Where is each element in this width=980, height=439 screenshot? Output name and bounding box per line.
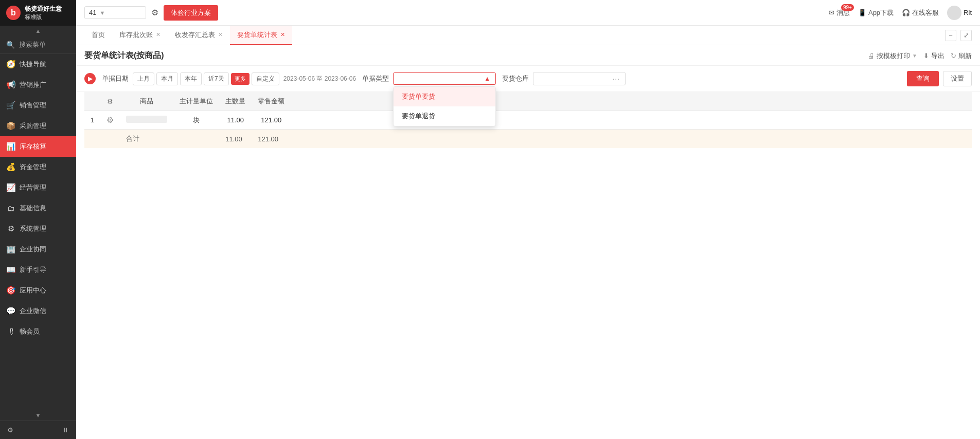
date-range: 2023-05-06 至 2023-06-06 xyxy=(283,75,356,83)
sidebar-item-marketing[interactable]: 📢 营销推广 xyxy=(0,75,76,95)
type-dropdown: 要货单要货 要货单退货 xyxy=(393,86,496,126)
warehouse-filter-group: 要货仓库 ··· xyxy=(502,72,626,85)
page-container: 要货单统计表(按商品) 🖨 按模板打印 ▼ ⬇ 导出 ↻ 刷新 xyxy=(76,45,980,439)
sidebar-item-wecom[interactable]: 💬 企业微信 xyxy=(0,301,76,321)
footer-total-qty: 11.00 xyxy=(219,130,252,149)
sidebar-settings-icon[interactable]: ⚙ xyxy=(7,426,13,434)
row-unit: 块 xyxy=(173,111,219,130)
sidebar-item-quick-nav[interactable]: 🧭 快捷导航 xyxy=(0,54,76,75)
date-cur-month[interactable]: 本月 xyxy=(156,72,178,85)
nav-icon-operations: 📈 xyxy=(6,183,15,192)
print-button[interactable]: 🖨 按模板打印 ▼ xyxy=(868,51,917,61)
online-service-action[interactable]: 🎧 在线客服 xyxy=(902,8,939,17)
warehouse-input[interactable]: ··· xyxy=(533,72,626,85)
tab-close-receive-summary[interactable]: ✕ xyxy=(218,31,223,38)
print-chevron-icon: ▼ xyxy=(912,53,917,59)
tab-order-summary[interactable]: 要货单统计表 ✕ xyxy=(230,26,292,45)
main: 41 ▼ ⚙ 体验行业方案 ✉ 消息 99+ 📱 App下载 🎧 在线客服 R xyxy=(76,0,980,439)
header-left: 41 ▼ ⚙ 体验行业方案 xyxy=(84,5,829,21)
sidebar-item-sales[interactable]: 🛒 销售管理 xyxy=(0,95,76,116)
tab-home[interactable]: 首页 xyxy=(84,26,112,45)
nav-icon-sales: 🛒 xyxy=(6,101,15,110)
messages-action[interactable]: ✉ 消息 99+ xyxy=(829,8,850,17)
footer-extra xyxy=(291,130,972,149)
sidebar-item-operations[interactable]: 📈 经营管理 xyxy=(0,177,76,198)
sidebar-bottom: ⚙ ⏸ xyxy=(0,420,76,439)
col-qty: 主数量 xyxy=(219,92,252,111)
dropdown-item-return[interactable]: 要货单退货 xyxy=(394,106,495,126)
search-icon: 🔍 xyxy=(6,41,15,49)
nav-icon-purchase: 📦 xyxy=(6,121,15,131)
date-prev-month[interactable]: 上月 xyxy=(133,72,154,85)
sidebar-logo-text: 畅捷通好生意 标准版 xyxy=(25,5,62,21)
export-button[interactable]: ⬇ 导出 xyxy=(923,51,945,61)
sidebar-scroll-down[interactable]: ▼ xyxy=(0,410,76,420)
query-button[interactable]: 查询 xyxy=(907,71,939,86)
nav-icon-basic: 🗂 xyxy=(6,204,15,213)
table-footer-row: 合计 11.00 121.00 xyxy=(84,130,972,149)
company-chevron-icon: ▼ xyxy=(99,10,105,16)
refresh-button[interactable]: ↻ 刷新 xyxy=(951,51,972,61)
user-profile[interactable]: Rit xyxy=(947,6,972,20)
footer-empty-1 xyxy=(84,130,100,149)
sidebar-collapse-icon[interactable]: ⏸ xyxy=(62,426,69,434)
footer-empty-3 xyxy=(173,130,219,149)
type-filter-group: 单据类型 ▲ 要货单要货 要货单退货 xyxy=(362,72,496,85)
row-settings-icon[interactable]: ⚙ xyxy=(106,115,114,125)
date-custom[interactable]: 自定义 xyxy=(252,72,279,85)
tab-receive-summary[interactable]: 收发存汇总表 ✕ xyxy=(168,26,230,45)
page-title: 要货单统计表(按商品) xyxy=(84,50,164,61)
sidebar-item-basic[interactable]: 🗂 基础信息 xyxy=(0,198,76,218)
filter-action-buttons: 查询 设置 xyxy=(907,71,972,86)
sidebar-item-enterprise[interactable]: 🏢 企业协同 xyxy=(0,239,76,260)
dropdown-item-order[interactable]: 要货单要货 xyxy=(394,87,495,106)
username: Rit xyxy=(964,9,972,16)
tab-close-batch-account[interactable]: ✕ xyxy=(156,31,161,38)
sidebar-item-appcenter[interactable]: 🎯 应用中心 xyxy=(0,280,76,301)
sidebar-search[interactable]: 🔍 搜索菜单 xyxy=(0,36,76,54)
filter-settings-button[interactable]: 设置 xyxy=(943,71,972,86)
row-qty: 11.00 xyxy=(219,111,252,130)
col-settings-icon[interactable]: ⚙ xyxy=(107,98,113,105)
company-select[interactable]: 41 ▼ xyxy=(84,6,146,19)
sidebar-item-system[interactable]: ⚙ 系统管理 xyxy=(0,218,76,239)
date-filter-group: 单据日期 上月 本月 本年 近7天 更多 自定义 2023-05-06 至 20… xyxy=(102,72,356,85)
app-download-action[interactable]: 📱 App下载 xyxy=(858,8,894,17)
tab-batch-account[interactable]: 库存批次账 ✕ xyxy=(112,26,168,45)
footer-empty-2 xyxy=(100,130,120,149)
sidebar-item-finance[interactable]: 💰 资金管理 xyxy=(0,157,76,177)
nav-icon-members: 🎖 xyxy=(6,327,15,336)
type-select[interactable]: ▲ 要货单要货 要货单退货 xyxy=(393,72,496,85)
tab-close-order-summary[interactable]: ✕ xyxy=(280,31,285,38)
sidebar-scroll-up[interactable]: ▲ xyxy=(0,26,76,36)
sidebar-item-inventory[interactable]: 📊 库存核算 xyxy=(0,136,76,157)
top-header: 41 ▼ ⚙ 体验行业方案 ✉ 消息 99+ 📱 App下载 🎧 在线客服 R xyxy=(76,0,980,26)
date-label: 单据日期 xyxy=(102,74,129,83)
date-more[interactable]: 更多 xyxy=(231,73,250,85)
expand-filter-button[interactable]: ▶ xyxy=(84,73,96,84)
messages-icon: ✉ xyxy=(829,9,834,16)
nav-icon-wecom: 💬 xyxy=(6,306,15,316)
date-last7[interactable]: 近7天 xyxy=(204,72,229,85)
tabs-bar-right: − ⤢ xyxy=(945,30,972,41)
page-actions: 🖨 按模板打印 ▼ ⬇ 导出 ↻ 刷新 xyxy=(868,51,972,61)
table-wrap: ⚙ 商品 主计量单位 主数量 零售金额 1 xyxy=(76,92,980,439)
nav-icon-inventory: 📊 xyxy=(6,142,15,151)
warehouse-dots-icon: ··· xyxy=(612,75,620,83)
type-chevron-icon: ▲ xyxy=(484,75,490,82)
content: 要货单统计表(按商品) 🖨 按模板打印 ▼ ⬇ 导出 ↻ 刷新 xyxy=(76,45,980,439)
row-index: 1 xyxy=(84,111,100,130)
row-product xyxy=(120,111,173,130)
avatar xyxy=(947,6,961,20)
sidebar-item-members[interactable]: 🎖 畅会员 xyxy=(0,321,76,342)
date-cur-year[interactable]: 本年 xyxy=(180,72,202,85)
export-icon: ⬇ xyxy=(923,52,929,60)
print-icon: 🖨 xyxy=(868,52,875,60)
tab-minimize-button[interactable]: − xyxy=(945,30,956,41)
sidebar-item-purchase[interactable]: 📦 采购管理 xyxy=(0,116,76,136)
data-table: ⚙ 商品 主计量单位 主数量 零售金额 1 xyxy=(84,92,972,148)
header-settings-icon[interactable]: ⚙ xyxy=(151,8,158,17)
trial-button[interactable]: 体验行业方案 xyxy=(164,5,218,21)
sidebar-item-newbie[interactable]: 📖 新手引导 xyxy=(0,260,76,280)
tab-maximize-button[interactable]: ⤢ xyxy=(960,30,972,41)
